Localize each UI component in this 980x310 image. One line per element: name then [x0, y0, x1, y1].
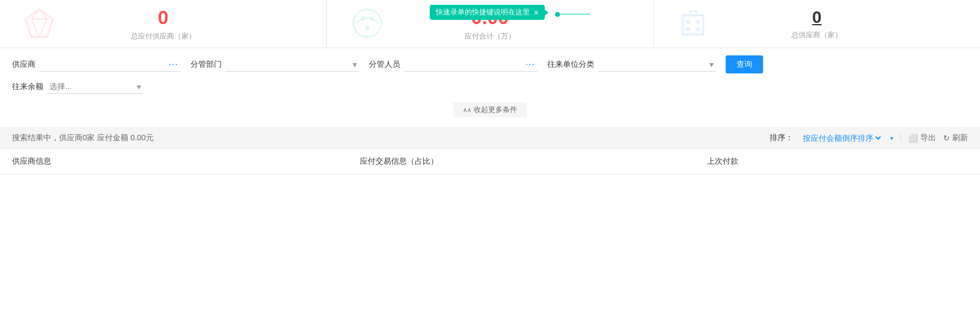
- stat-payable-suppliers: 0 总应付供应商（家）: [0, 0, 327, 48]
- sort-label: 排序：: [770, 132, 793, 143]
- total-suppliers-value: 0: [812, 7, 822, 28]
- sort-chevron-icon: ▾: [890, 135, 893, 141]
- svg-rect-13: [696, 27, 700, 31]
- collapse-label: 收起更多条件: [474, 105, 517, 115]
- col-transaction-header: 应付交易信息（占比）: [360, 156, 708, 167]
- department-label: 分管部门: [190, 59, 222, 70]
- result-bar: 搜索结果中，供应商0家 应付金额 0.00元 排序： 按应付会额倒序排序 ▾ ⬜…: [0, 128, 980, 149]
- filter-supplier: 供应商 ···: [12, 57, 181, 72]
- filter-row-2: 往来余额 ▾: [12, 79, 968, 94]
- stats-bar: 0 总应付供应商（家） 0.00 应付合计（万） 快速录单的快捷键说明在这里 ×: [0, 0, 980, 48]
- cookie-icon: [351, 7, 384, 42]
- tooltip-bubble: 快速录单的快捷键说明在这里 ×: [430, 5, 544, 20]
- gem-icon: [24, 8, 54, 40]
- svg-line-2: [31, 19, 39, 37]
- filter-balance: 往来余额 ▾: [12, 79, 181, 94]
- supplier-dots-icon[interactable]: ···: [169, 59, 178, 70]
- stat-payable-total: 0.00 应付合计（万） 快速录单的快捷键说明在这里 ×: [327, 0, 653, 48]
- sort-select[interactable]: 按应付会额倒序排序: [800, 133, 883, 143]
- export-button[interactable]: ⬜ 导出: [908, 132, 936, 143]
- svg-point-8: [365, 25, 369, 29]
- svg-rect-11: [696, 20, 700, 23]
- table-header: 供应商信息 应付交易信息（占比） 上次付款: [0, 149, 980, 175]
- svg-point-5: [354, 9, 382, 37]
- col-payment-header: 上次付款: [707, 156, 968, 167]
- svg-line-3: [39, 19, 47, 37]
- collapse-up-icon: ∧∧: [463, 107, 471, 113]
- department-chevron-icon[interactable]: ▾: [353, 60, 357, 69]
- svg-rect-9: [683, 15, 703, 34]
- tooltip-close[interactable]: ×: [533, 8, 538, 17]
- building-icon: [678, 8, 708, 40]
- col-supplier-header: 供应商信息: [12, 156, 360, 167]
- table-body: [0, 175, 980, 310]
- supplier-input-wrapper: ···: [39, 57, 181, 72]
- unit-chevron-icon[interactable]: ▾: [709, 60, 714, 69]
- unit-input[interactable]: [598, 57, 716, 71]
- person-input[interactable]: [404, 57, 538, 71]
- person-label: 分管人员: [369, 59, 400, 70]
- filter-unit: 往来单位分类 ▾: [547, 57, 716, 72]
- balance-input-wrapper: ▾: [47, 79, 143, 94]
- supplier-input[interactable]: [39, 57, 181, 71]
- divider: [900, 134, 901, 142]
- stat-total-suppliers: 0 总供应商（家）: [654, 0, 980, 48]
- collapse-bar: ∧∧ 收起更多条件: [12, 100, 968, 122]
- result-info: 搜索结果中，供应商0家 应付金额 0.00元: [12, 132, 154, 143]
- svg-rect-12: [686, 27, 690, 31]
- unit-label: 往来单位分类: [547, 59, 594, 70]
- refresh-icon: ↻: [943, 134, 950, 143]
- collapse-button[interactable]: ∧∧ 收起更多条件: [453, 102, 527, 117]
- tooltip-text: 快速录单的快捷键说明在这里: [436, 7, 530, 17]
- refresh-label: 刷新: [952, 132, 968, 143]
- tooltip-dot: [555, 12, 560, 17]
- payable-total-label: 应付合计（万）: [465, 31, 515, 42]
- filter-row-1: 供应商 ··· 分管部门 ▾ 分管人员 ··· 往来单位分类: [12, 55, 968, 73]
- svg-marker-0: [25, 9, 53, 37]
- supplier-label: 供应商: [12, 59, 36, 70]
- balance-input[interactable]: [47, 79, 165, 93]
- total-suppliers-label: 总供应商（家）: [791, 30, 842, 40]
- query-button[interactable]: 查询: [726, 55, 763, 73]
- refresh-button[interactable]: ↻ 刷新: [943, 132, 968, 143]
- result-actions: 排序： 按应付会额倒序排序 ▾ ⬜ 导出 ↻ 刷新: [770, 132, 968, 143]
- balance-chevron-icon[interactable]: ▾: [137, 82, 141, 91]
- balance-label: 往来余额: [12, 81, 43, 92]
- person-input-wrapper: ···: [404, 57, 538, 72]
- tooltip-line: [560, 14, 590, 14]
- filter-person: 分管人员 ···: [369, 57, 538, 72]
- department-input-wrapper: ▾: [225, 57, 359, 72]
- person-dots-icon[interactable]: ···: [526, 59, 535, 70]
- export-label: 导出: [920, 132, 936, 143]
- svg-rect-10: [686, 20, 690, 23]
- department-input[interactable]: [225, 57, 359, 71]
- filter-department: 分管部门 ▾: [190, 57, 359, 72]
- payable-suppliers-value: 0: [158, 6, 169, 29]
- export-icon: ⬜: [908, 134, 918, 143]
- unit-input-wrapper: ▾: [598, 57, 716, 72]
- filter-bar: 供应商 ··· 分管部门 ▾ 分管人员 ··· 往来单位分类: [0, 48, 980, 128]
- payable-suppliers-label: 总应付供应商（家）: [131, 31, 196, 42]
